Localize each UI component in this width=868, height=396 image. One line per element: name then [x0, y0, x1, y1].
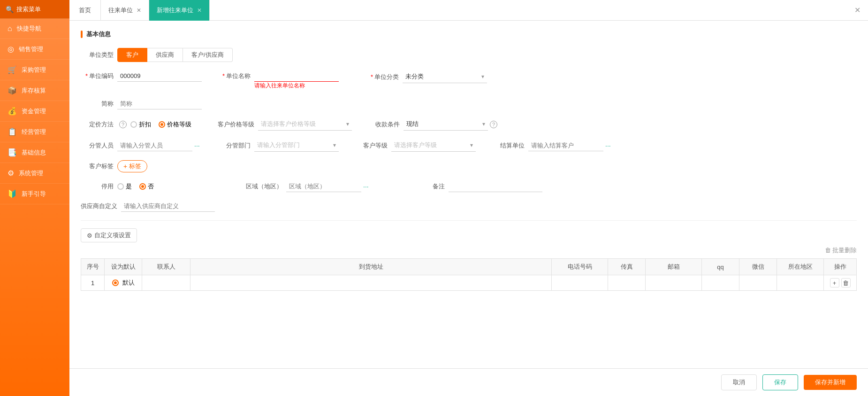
sidebar-search[interactable]: 🔍 搜索菜单: [0, 0, 69, 19]
sidebar-item-finance[interactable]: 💰 资金管理: [0, 101, 69, 122]
cell-qq[interactable]: [702, 275, 739, 291]
tags-row: 客户标签 + 标签: [81, 160, 857, 172]
unit-btn-supplier[interactable]: 供应商: [147, 48, 183, 62]
tab-partners[interactable]: 往来单位 ✕: [101, 0, 149, 21]
sidebar-item-basic-info[interactable]: 📑 基础信息: [0, 142, 69, 163]
unit-btn-both[interactable]: 客户/供应商: [183, 48, 233, 62]
pricing-label: 定价方法: [81, 120, 114, 129]
settlement-input[interactable]: [528, 140, 603, 151]
system-icon: ⚙: [8, 169, 14, 178]
dept-select[interactable]: 请输入分管部门 ▾: [254, 139, 339, 152]
sidebar-item-sales[interactable]: ◎ 销售管理: [0, 39, 69, 60]
contact-input[interactable]: [145, 280, 187, 287]
address-input[interactable]: [193, 280, 548, 287]
close-new-partner-tab[interactable]: ✕: [197, 7, 202, 14]
tab-home[interactable]: 首页: [69, 0, 101, 21]
payment-label: 收款条件: [367, 120, 400, 129]
default-radio-item[interactable]: 默认: [107, 279, 139, 287]
short-name-input[interactable]: [117, 98, 202, 109]
section-title-text: 基本信息: [86, 30, 111, 39]
disabled-yes[interactable]: 是: [117, 182, 132, 191]
cell-fax[interactable]: [608, 275, 646, 291]
batch-delete-btn[interactable]: 🗑 批量删除: [81, 246, 857, 255]
pricing-discount[interactable]: 折扣: [130, 120, 151, 129]
row-action-btns: + 🗑: [827, 278, 853, 287]
close-partners-tab[interactable]: ✕: [137, 7, 141, 14]
settlement-more-icon[interactable]: ···: [605, 142, 611, 149]
cell-contact[interactable]: [142, 275, 190, 291]
sidebar-item-label: 资金管理: [22, 107, 46, 116]
name-input[interactable]: [254, 70, 339, 82]
region-more-icon[interactable]: ···: [363, 183, 369, 190]
sales-icon: ◎: [8, 45, 14, 54]
remove-row-button[interactable]: 🗑: [841, 278, 851, 287]
guide-icon: 🔰: [8, 189, 17, 198]
disabled-no[interactable]: 否: [139, 182, 154, 191]
price-level-label: 客户价格等级: [218, 120, 254, 129]
payment-help-icon[interactable]: ?: [490, 121, 497, 128]
cell-region[interactable]: [777, 275, 824, 291]
close-all-tabs[interactable]: ✕: [847, 6, 868, 15]
price-level-placeholder: 请选择客户价格等级: [261, 120, 346, 128]
supplier-custom-input[interactable]: [121, 201, 215, 212]
col-email: 邮箱: [646, 259, 702, 275]
col-address: 到货地址: [190, 259, 552, 275]
cancel-button[interactable]: 取消: [721, 374, 757, 390]
custom-settings-button[interactable]: ⚙ 自定义项设置: [81, 228, 137, 242]
sidebar-item-system[interactable]: ⚙ 系统管理: [0, 163, 69, 184]
sidebar-item-quick-nav[interactable]: ⌂ 快捷导航: [0, 19, 69, 39]
col-qq: qq: [702, 259, 739, 275]
pricing-radio-group: 折扣 价格等级: [130, 120, 191, 129]
sidebar-item-label: 经营管理: [22, 128, 46, 136]
main-area: 首页 往来单位 ✕ 新增往来单位 ✕ ✕ 基本信息 单位类型 客户 供应商 客户…: [69, 0, 868, 396]
category-select[interactable]: 未分类 ▾: [403, 70, 487, 83]
email-input[interactable]: [648, 280, 699, 287]
dept-placeholder: 请输入分管部门: [257, 141, 333, 149]
qq-input[interactable]: [705, 280, 736, 287]
cell-address[interactable]: [190, 275, 552, 291]
manager-input[interactable]: [117, 140, 192, 151]
price-level-radio: [159, 121, 165, 128]
customer-level-select[interactable]: 请选择客户等级 ▾: [391, 139, 476, 152]
save-new-button[interactable]: 保存并新增: [804, 375, 857, 390]
sidebar-item-operations[interactable]: 📋 经营管理: [0, 122, 69, 142]
payment-select[interactable]: 现结 ▾: [404, 118, 488, 131]
form-footer: 取消 保存 保存并新增: [69, 368, 868, 396]
section-bar: [81, 31, 83, 38]
tab-new-partner[interactable]: 新增往来单位 ✕: [149, 0, 210, 21]
sidebar-item-purchase[interactable]: 🛒 采购管理: [0, 60, 69, 80]
fax-input[interactable]: [611, 280, 642, 287]
manager-more-icon[interactable]: ···: [194, 142, 200, 149]
region-input[interactable]: [286, 181, 361, 192]
basic-info-icon: 📑: [8, 148, 17, 157]
settlement-label: 结算单位: [492, 141, 525, 150]
cell-wechat[interactable]: [739, 275, 777, 291]
remark-input[interactable]: [449, 181, 542, 192]
save-button[interactable]: 保存: [762, 374, 798, 390]
price-level-select[interactable]: 请选择客户价格等级 ▾: [258, 118, 352, 131]
short-name-label: 简称: [81, 100, 114, 108]
manager-field: 分管人员 ···: [81, 140, 203, 151]
sidebar-item-inventory[interactable]: 📦 库存核算: [0, 80, 69, 101]
custom-settings-row: ⚙ 自定义项设置: [81, 228, 857, 242]
phone-input[interactable]: [555, 280, 605, 287]
sidebar: 🔍 搜索菜单 ⌂ 快捷导航 ◎ 销售管理 🛒 采购管理 📦 库存核算 💰 资金管…: [0, 0, 69, 396]
code-input[interactable]: [117, 70, 202, 82]
supplier-custom-label: 供应商自定义: [81, 202, 117, 210]
pricing-help-icon[interactable]: ?: [119, 121, 127, 128]
payment-field: 收款条件 现结 ▾ ?: [367, 118, 497, 131]
cell-email[interactable]: [646, 275, 702, 291]
row-region-input[interactable]: [780, 280, 821, 287]
category-chevron-icon: ▾: [481, 73, 484, 80]
wechat-input[interactable]: [742, 280, 774, 287]
short-name-row: 简称: [81, 98, 857, 109]
cell-phone[interactable]: [552, 275, 608, 291]
pricing-price-level[interactable]: 价格等级: [159, 120, 191, 129]
sidebar-item-guide[interactable]: 🔰 新手引导: [0, 184, 69, 204]
short-name-field: 简称: [81, 98, 203, 109]
quick-nav-icon: ⌂: [8, 24, 12, 33]
unit-btn-customer[interactable]: 客户: [117, 48, 147, 62]
add-row-button[interactable]: +: [830, 278, 839, 287]
add-tag-button[interactable]: + 标签: [117, 160, 147, 172]
gear-icon: ⚙: [87, 232, 92, 239]
